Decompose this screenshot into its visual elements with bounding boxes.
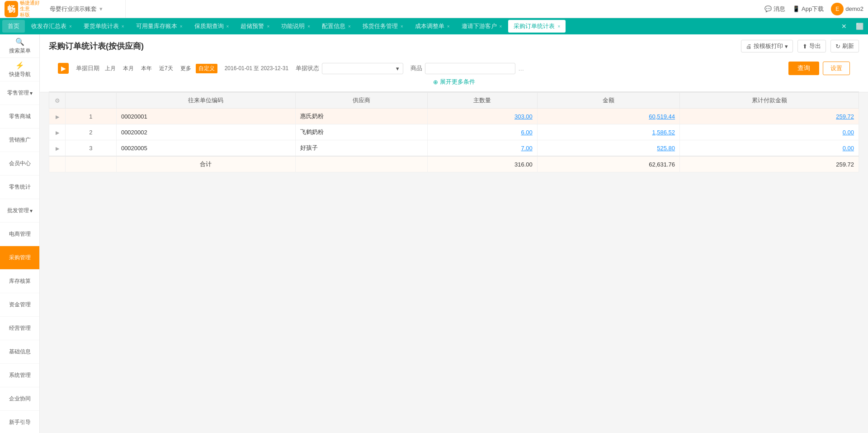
print-button[interactable]: 🖨 按模板打印 ▾ [741, 40, 793, 52]
expand-icon: ⊕ [433, 79, 438, 86]
sidebar-item-purchase-mgmt[interactable]: 采购管理 [0, 246, 39, 270]
user-area[interactable]: E demo2 [831, 3, 863, 15]
goods-more-icon[interactable]: … [518, 65, 524, 72]
page-title: 采购订单统计表(按供应商) [49, 41, 144, 52]
sidebar-item-wholesale-mgmt[interactable]: 批发管理 ▾ [0, 199, 39, 223]
tab-function-desc[interactable]: 功能说明 × [276, 20, 316, 33]
tab-home[interactable]: 首页 [2, 20, 25, 33]
avatar: E [831, 3, 844, 15]
message-icon: 💬 [764, 5, 772, 12]
settings-button[interactable]: 设置 [823, 62, 850, 75]
sidebar-item-retail-shop[interactable]: 零售商城 [0, 105, 39, 128]
sidebar-item-system[interactable]: 系统管理 [0, 364, 39, 387]
sidebar-item-new-guide[interactable]: 新手引导 [0, 411, 39, 433]
tab-order-stat-close[interactable]: × [122, 24, 124, 29]
row-expand-icon[interactable]: ▶ [49, 124, 66, 140]
tab-pick-task[interactable]: 拣货任务管理 × [357, 20, 409, 33]
sidebar-item-retail-stats[interactable]: 零售统计 [0, 176, 39, 199]
settings-gear-icon[interactable]: ⚙ [55, 97, 60, 104]
tab-purchase-stat[interactable]: 采购订单统计表 × [508, 20, 566, 33]
row-qty[interactable]: 7.00 [427, 140, 537, 157]
filter-row-1: ▶ 单据日期 上月 本月 本年 近7天 更多 自定义 [58, 62, 850, 75]
tab-cost-adjust-close[interactable]: × [447, 24, 450, 29]
nav-tabs: 首页 收发存汇总表 × 要货单统计表 × 可用量库存账本 × 保质期查询 × 超… [0, 18, 868, 34]
tab-receive-close[interactable]: × [69, 24, 72, 29]
tab-close-btn[interactable]: ✕ [839, 22, 849, 31]
tab-maximize-btn[interactable]: ⬜ [853, 22, 866, 31]
page-area: 采购订单统计表(按供应商) 🖨 按模板打印 ▾ ⬆ 导出 ↻ [40, 34, 868, 433]
sidebar-item-operations[interactable]: 经营管理 [0, 317, 39, 340]
tab-pick-task-close[interactable]: × [401, 24, 403, 29]
th-settings: ⚙ [49, 93, 66, 109]
filter-toggle-btn[interactable]: ▶ [58, 63, 69, 74]
tab-config-info-close[interactable]: × [348, 24, 351, 29]
date-custom-badge[interactable]: 自定义 [196, 64, 217, 73]
export-button[interactable]: ⬆ 导出 [797, 40, 826, 52]
row-supplier: 飞鹤奶粉 [295, 124, 427, 140]
tab-order-stat[interactable]: 要货单统计表 × [78, 20, 130, 33]
app-download-btn[interactable]: 📱 App下载 [793, 5, 824, 13]
row-expand-icon[interactable]: ▶ [49, 140, 66, 157]
tab-invite-downstream[interactable]: 邀请下游客户 × [456, 20, 508, 33]
tab-overstock-label: 超储预警 [241, 22, 264, 30]
query-button[interactable]: 查询 [788, 62, 819, 75]
sidebar-item-quick-nav-label: 快捷导航 [9, 71, 31, 78]
date-shortcut-this-month[interactable]: 本月 [120, 64, 137, 73]
row-seq: 2 [66, 124, 117, 140]
sidebar-item-marketing[interactable]: 营销推广 [0, 128, 39, 152]
row-paid[interactable]: 0.00 [680, 124, 859, 140]
goods-input[interactable] [425, 63, 515, 74]
sidebar-item-inventory[interactable]: 库存核算 [0, 270, 39, 293]
message-btn[interactable]: 💬 消息 [764, 5, 785, 13]
row-qty[interactable]: 6.00 [427, 124, 537, 140]
chevron-down-icon-2: ▾ [30, 208, 33, 214]
tab-config-info-label: 配置信息 [322, 22, 345, 30]
tab-expiry-close[interactable]: × [226, 24, 229, 29]
tab-invite-downstream-close[interactable]: × [500, 24, 502, 29]
status-filter-label: 单据状态 [296, 64, 319, 72]
tab-expiry[interactable]: 保质期查询 × [189, 20, 235, 33]
row-code: 00020002 [116, 124, 295, 140]
table-area: ⚙ 往来单位编码 供应商 主数量 [40, 92, 868, 433]
sidebar-item-system-label: 系统管理 [9, 371, 31, 379]
row-qty[interactable]: 303.00 [427, 109, 537, 124]
row-amount[interactable]: 1,586.52 [537, 124, 679, 140]
row-seq: 1 [66, 109, 117, 124]
workspace-selector[interactable]: 母婴行业演示账套 ▾ [44, 0, 126, 18]
tab-cost-adjust[interactable]: 成本调整单 × [410, 20, 455, 33]
row-paid[interactable]: 259.72 [680, 109, 859, 124]
sidebar-item-capital[interactable]: 资金管理 [0, 293, 39, 317]
logo-icon-text: 畅 [7, 4, 15, 14]
row-amount[interactable]: 60,519.44 [537, 109, 679, 124]
status-select[interactable]: ▾ [322, 63, 403, 74]
tab-config-info[interactable]: 配置信息 × [316, 20, 356, 33]
data-table: ⚙ 往来单位编码 供应商 主数量 [49, 92, 859, 172]
sidebar-item-ecommerce[interactable]: 电商管理 [0, 223, 39, 246]
date-shortcut-last-month[interactable]: 上月 [102, 64, 118, 73]
tab-function-desc-close[interactable]: × [307, 24, 310, 29]
refresh-button[interactable]: ↻ 刷新 [830, 40, 859, 52]
tab-available-stock-close[interactable]: × [180, 24, 183, 29]
tab-receive[interactable]: 收发存汇总表 × [26, 20, 77, 33]
expand-filter-btn[interactable]: ⊕ 展开更多条件 [433, 78, 475, 86]
sidebar-item-enterprise-collab[interactable]: 企业协同 [0, 387, 39, 411]
row-expand-icon[interactable]: ▶ [49, 109, 66, 124]
row-paid[interactable]: 0.00 [680, 140, 859, 157]
sidebar-item-member-center[interactable]: 会员中心 [0, 152, 39, 176]
row-amount[interactable]: 525.80 [537, 140, 679, 157]
tab-overstock[interactable]: 超储预警 × [235, 20, 275, 33]
sidebar-item-retail-mgmt[interactable]: 零售管理 ▾ [0, 81, 39, 105]
date-shortcut-this-year[interactable]: 本年 [138, 64, 155, 73]
user-name: demo2 [845, 5, 863, 12]
tab-overstock-close[interactable]: × [267, 24, 269, 29]
sidebar-item-quick-nav[interactable]: ⚡ 快捷导航 [0, 58, 39, 81]
sidebar-item-capital-label: 资金管理 [9, 301, 31, 309]
tab-purchase-stat-close[interactable]: × [557, 24, 560, 29]
date-shortcut-7-days[interactable]: 近7天 [156, 64, 176, 73]
tab-available-stock[interactable]: 可用量库存账本 × [131, 20, 188, 33]
sidebar-item-basic-info[interactable]: 基础信息 [0, 340, 39, 364]
footer-label: 合计 [116, 156, 295, 172]
date-shortcut-more[interactable]: 更多 [178, 64, 194, 73]
logo-icon: 畅 [5, 1, 18, 17]
sidebar-item-search[interactable]: 🔍 搜索菜单 [0, 34, 39, 58]
